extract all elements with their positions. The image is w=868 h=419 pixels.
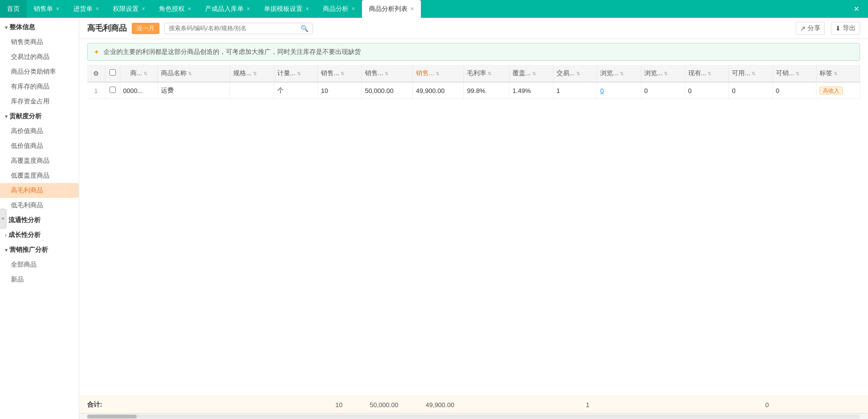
row-transaction: 1 [553, 82, 597, 99]
nav-close-sales[interactable]: × [56, 5, 59, 12]
sidebar-item-category-rate[interactable]: 商品分类助销率 [0, 64, 79, 79]
row-tag: 高收入 [817, 82, 860, 99]
nav-close-purchase[interactable]: × [96, 5, 99, 12]
content-header: 高毛利商品 近一月 🔍 ↗ 分享 ⬇ 导出 [79, 18, 868, 39]
sidebar-item-in-stock[interactable]: 有库存的商品 [0, 79, 79, 94]
nav-template-settings[interactable]: 单据模板设置 × [257, 0, 316, 18]
nav-close-permission[interactable]: × [142, 5, 145, 12]
nav-close-template[interactable]: × [306, 5, 309, 12]
sort-spec-icon: ⇅ [253, 71, 257, 76]
nav-product-inbound[interactable]: 产成品入库单 × [198, 0, 257, 18]
row-select-checkbox[interactable] [109, 87, 116, 93]
col-settings[interactable]: ⚙ [87, 65, 105, 82]
sort-name-icon: ⇅ [188, 71, 192, 76]
nav-product-analysis-list[interactable]: 商品分析列表 × [362, 0, 421, 18]
nav-close-role[interactable]: × [188, 5, 191, 12]
products-table: ⚙ 商...⇅ 商品名称⇅ 规格...⇅ 计量...⇅ 销售...⇅ 销售...… [87, 65, 860, 99]
top-navigation: 首页 销售单 × 进货单 × 权限设置 × 角色授权 × 产成品入库单 × 单据… [0, 0, 868, 18]
scrollbar-thumb[interactable] [87, 415, 137, 419]
nav-right: × [850, 4, 868, 14]
nav-close-analysis[interactable]: × [352, 5, 355, 12]
row-sales-qty: 10 [318, 82, 362, 99]
select-all-checkbox[interactable] [109, 69, 116, 76]
nav-home[interactable]: 首页 [0, 0, 27, 18]
group-arrow-overall: ▾ [5, 25, 7, 30]
row-browse2: 0 [641, 82, 685, 99]
row-available: 0 [729, 82, 773, 99]
sidebar-collapse-button[interactable]: « [0, 209, 6, 229]
col-spec[interactable]: 规格...⇅ [230, 65, 274, 82]
footer-cells: 10 50,000.00 49,900.00 1 0 [122, 401, 860, 409]
row-spec [230, 82, 274, 99]
footer-sales-profit: 49,900.00 [402, 401, 458, 409]
table-row: 1 0000... 运费 个 10 50,000.00 49,900.00 99… [87, 82, 860, 99]
col-available[interactable]: 可用...⇅ [729, 65, 773, 82]
sidebar-item-stock-capital[interactable]: 库存资金占用 [0, 94, 79, 109]
nav-sales-order[interactable]: 销售单 × [27, 0, 66, 18]
sort-browse2-icon: ⇅ [664, 71, 668, 76]
sidebar-item-low-coverage[interactable]: 低覆盖度商品 [0, 168, 79, 183]
col-current[interactable]: 现有...⇅ [685, 65, 729, 82]
col-name[interactable]: 商品名称⇅ [158, 65, 230, 82]
col-unit[interactable]: 计量...⇅ [274, 65, 318, 82]
sidebar-item-low-value[interactable]: 低价值商品 [0, 139, 79, 153]
sidebar-item-high-value[interactable]: 高价值商品 [0, 124, 79, 139]
header-actions: ↗ 分享 ⬇ 导出 [796, 22, 860, 35]
col-coverage[interactable]: 覆盖...⇅ [510, 65, 554, 82]
group-arrow-contribution: ▾ [5, 114, 7, 119]
sidebar-item-high-coverage[interactable]: 高覆盖度商品 [0, 153, 79, 168]
horizontal-scrollbar[interactable] [79, 413, 868, 419]
row-checkbox[interactable] [105, 82, 120, 99]
sidebar-item-high-margin[interactable]: 高毛利商品 [0, 183, 79, 198]
footer-label: 合计: [87, 400, 102, 409]
sidebar-group-liquidity[interactable]: › 流通性分析 [0, 213, 79, 228]
sort-current-icon: ⇅ [708, 71, 712, 76]
col-sales-amount[interactable]: 销售...⇅ [361, 65, 412, 82]
sidebar-group-contribution[interactable]: ▾ 贡献度分析 [0, 109, 79, 124]
col-sales-qty[interactable]: 销售...⇅ [318, 65, 362, 82]
nav-close-inbound[interactable]: × [247, 5, 250, 12]
col-saleable[interactable]: 可销...⇅ [772, 65, 817, 82]
row-unit: 个 [274, 82, 318, 99]
sort-transaction-icon: ⇅ [576, 71, 580, 76]
nav-purchase-order[interactable]: 进货单 × [66, 0, 106, 18]
sidebar-item-traded-products[interactable]: 交易过的商品 [0, 49, 79, 64]
share-button[interactable]: ↗ 分享 [796, 22, 825, 35]
filter-recent-month-button[interactable]: 近一月 [132, 23, 159, 34]
col-checkbox[interactable] [105, 65, 120, 82]
sort-sales-qty-icon: ⇅ [341, 71, 345, 76]
row-current: 0 [685, 82, 729, 99]
col-gross-margin[interactable]: 毛利率⇅ [464, 65, 510, 82]
col-browse2[interactable]: 浏览...⇅ [641, 65, 685, 82]
sidebar-group-growth[interactable]: › 成长性分析 [0, 228, 79, 242]
sidebar-group-overall[interactable]: ▾ 整体信息 [0, 20, 79, 35]
sidebar-group-marketing[interactable]: ▾ 营销推广分析 [0, 242, 79, 257]
col-transaction[interactable]: 交易...⇅ [553, 65, 597, 82]
col-tag[interactable]: 标签⇅ [817, 65, 860, 82]
footer-transaction: 1 [546, 401, 593, 409]
row-sales-profit: 49,900.00 [413, 82, 464, 99]
sort-sales-profit-icon: ⇅ [436, 71, 440, 76]
row-browse1[interactable]: 0 [597, 82, 641, 99]
col-code[interactable]: 商...⇅ [120, 65, 158, 82]
window-close-icon[interactable]: × [850, 4, 863, 14]
search-input[interactable] [169, 25, 301, 32]
nav-close-analysis-list[interactable]: × [410, 5, 414, 12]
nav-role-auth[interactable]: 角色授权 × [152, 0, 198, 18]
nav-product-analysis[interactable]: 商品分析 × [316, 0, 362, 18]
sidebar: « ▾ 整体信息 销售类商品 交易过的商品 商品分类助销率 有库存的商品 库存资… [0, 18, 79, 419]
search-icon[interactable]: 🔍 [301, 25, 308, 32]
row-name: 运费 [158, 82, 230, 99]
sidebar-item-all-products[interactable]: 全部商品 [0, 257, 79, 272]
sort-saleable-icon: ⇅ [796, 71, 800, 76]
sort-unit-icon: ⇅ [297, 71, 301, 76]
sidebar-item-low-margin[interactable]: 低毛利商品 [0, 198, 79, 213]
sidebar-item-new-products[interactable]: 新品 [0, 272, 79, 287]
export-button[interactable]: ⬇ 导出 [831, 22, 860, 35]
col-sales-profit[interactable]: 销售...⇅ [413, 65, 464, 82]
info-banner: ✦ 企业的主要的利润都是这部分商品创造的，可考虑加大推广，同时关注库存是不要出现… [87, 43, 860, 61]
nav-permission-settings[interactable]: 权限设置 × [106, 0, 152, 18]
col-browse1[interactable]: 浏览...⇅ [597, 65, 641, 82]
sidebar-item-sales-products[interactable]: 销售类商品 [0, 35, 79, 49]
sort-margin-icon: ⇅ [488, 71, 492, 76]
